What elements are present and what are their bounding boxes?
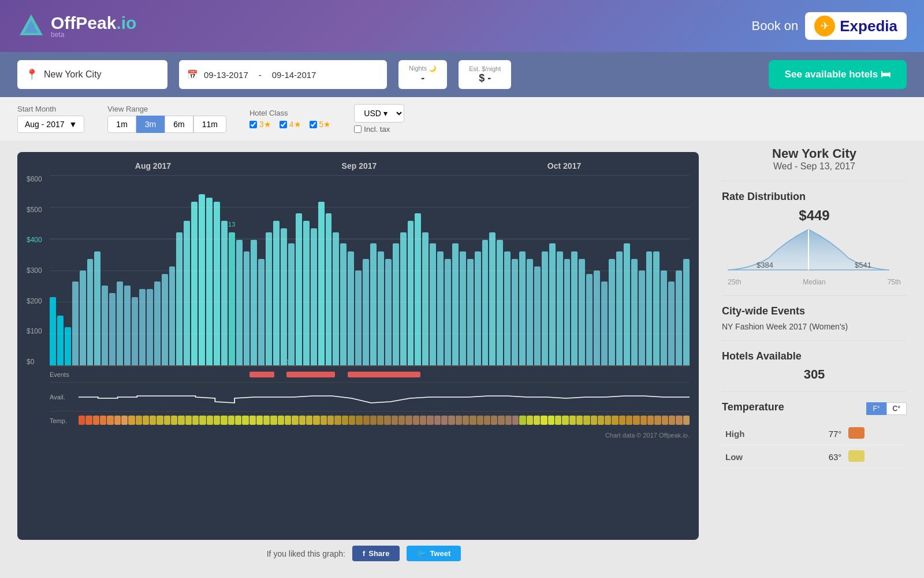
bar-item[interactable]	[557, 251, 563, 365]
bar-item[interactable]	[50, 297, 56, 365]
range-3m-button[interactable]: 3m	[136, 116, 165, 133]
bar-item[interactable]	[348, 251, 354, 365]
bar-item[interactable]	[676, 271, 682, 366]
bar-item[interactable]	[489, 232, 495, 365]
facebook-share-button[interactable]: f Share	[352, 546, 400, 561]
bar-item[interactable]	[609, 259, 615, 365]
bar-item[interactable]	[616, 251, 623, 365]
bar-item[interactable]	[504, 251, 511, 365]
bar-item[interactable]	[668, 281, 675, 365]
hotel-5star-option[interactable]: 5★	[310, 120, 331, 129]
bar-item[interactable]	[311, 228, 317, 365]
bar-item[interactable]	[378, 251, 384, 365]
bar-item[interactable]	[534, 266, 541, 365]
bar-item[interactable]	[296, 213, 302, 365]
date-input-wrapper[interactable]: 📅 09-13-2017 - 09-14-2017	[179, 60, 387, 89]
bar-item[interactable]	[475, 251, 481, 365]
bar-item[interactable]	[65, 327, 71, 365]
hotel-4star-option[interactable]: 4★	[280, 120, 301, 129]
bar-item[interactable]	[326, 213, 332, 365]
bar-item[interactable]	[191, 202, 198, 365]
hotel-3star-checkbox[interactable]	[249, 121, 257, 128]
bar-item[interactable]	[214, 202, 220, 365]
bar-item[interactable]	[281, 228, 287, 365]
hotel-5star-checkbox[interactable]	[310, 121, 317, 128]
city-input[interactable]	[44, 69, 159, 80]
bar-item[interactable]	[273, 221, 280, 365]
incl-tax-checkbox[interactable]	[354, 125, 362, 133]
currency-select[interactable]: USD ▾	[354, 104, 404, 123]
bar-item[interactable]	[236, 240, 243, 365]
bar-item[interactable]	[94, 251, 100, 365]
hotel-3star-option[interactable]: 3★	[249, 120, 271, 129]
bar-item[interactable]	[117, 281, 123, 365]
bar-item[interactable]	[370, 243, 377, 365]
bar-item[interactable]	[176, 232, 182, 365]
bar-item[interactable]	[355, 271, 362, 366]
bar-item[interactable]	[445, 259, 451, 365]
bar-item[interactable]	[147, 289, 153, 365]
temp-c-button[interactable]: C°	[886, 402, 907, 415]
bar-item[interactable]	[467, 259, 474, 365]
bar-item[interactable]	[400, 232, 407, 365]
bar-item[interactable]	[639, 271, 645, 366]
bar-item[interactable]	[266, 232, 272, 365]
range-6m-button[interactable]: 6m	[165, 116, 193, 133]
bar-item[interactable]	[579, 259, 585, 365]
bar-item[interactable]	[482, 240, 489, 365]
bar-item[interactable]	[571, 251, 578, 365]
range-1m-button[interactable]: 1m	[107, 116, 136, 133]
twitter-tweet-button[interactable]: 🐦 Tweet	[407, 546, 461, 561]
bar-item[interactable]	[594, 271, 600, 366]
bar-item[interactable]	[80, 271, 86, 366]
bar-item[interactable]	[288, 243, 295, 365]
incl-tax-label[interactable]: Incl. tax	[354, 125, 404, 134]
bar-item[interactable]	[624, 243, 630, 365]
bar-item[interactable]	[244, 251, 250, 365]
bar-item[interactable]	[132, 297, 138, 365]
bar-item[interactable]	[385, 259, 392, 365]
bar-item[interactable]	[549, 243, 556, 365]
bar-item[interactable]	[646, 251, 653, 365]
bar-item[interactable]	[460, 251, 466, 365]
bar-item[interactable]	[497, 240, 503, 365]
bar-item[interactable]	[408, 221, 414, 365]
city-input-wrapper[interactable]: 📍	[17, 60, 167, 89]
bar-item[interactable]	[303, 221, 310, 365]
see-hotels-button[interactable]: See available hotels 🛏	[769, 60, 907, 89]
bar-item[interactable]	[363, 259, 369, 365]
bar-item[interactable]	[601, 281, 608, 365]
bar-item[interactable]	[102, 286, 108, 365]
start-month-select[interactable]: Aug - 2017 ▼	[17, 116, 84, 133]
bar-item[interactable]	[258, 259, 264, 365]
bar-item[interactable]	[340, 243, 346, 365]
bar-item[interactable]	[586, 274, 593, 365]
bar-item[interactable]	[318, 202, 325, 365]
bar-item[interactable]	[251, 240, 257, 365]
bar-item[interactable]	[683, 259, 690, 365]
bar-item[interactable]	[206, 198, 213, 365]
bar-item[interactable]	[430, 243, 436, 365]
bar-item[interactable]: 13	[229, 232, 235, 365]
bar-item[interactable]	[124, 286, 131, 365]
bar-item[interactable]	[109, 293, 116, 365]
bar-item[interactable]	[72, 281, 79, 365]
bar-item[interactable]	[162, 274, 168, 365]
bar-item[interactable]	[154, 281, 161, 365]
bar-item[interactable]	[519, 251, 526, 365]
bar-item[interactable]	[452, 243, 459, 365]
bar-item[interactable]	[422, 232, 429, 365]
bar-item[interactable]	[87, 259, 94, 365]
bar-item[interactable]	[527, 259, 533, 365]
bar-item[interactable]	[199, 194, 205, 365]
bar-item[interactable]	[333, 232, 339, 365]
bar-item[interactable]	[661, 271, 667, 366]
bar-item[interactable]	[221, 221, 228, 365]
bar-item[interactable]	[393, 243, 399, 365]
bar-item[interactable]	[631, 259, 638, 365]
bar-item[interactable]	[542, 251, 548, 365]
bar-item[interactable]	[415, 213, 421, 365]
bar-item[interactable]	[512, 259, 518, 365]
bar-item[interactable]	[437, 251, 444, 365]
bar-item[interactable]	[139, 289, 146, 365]
